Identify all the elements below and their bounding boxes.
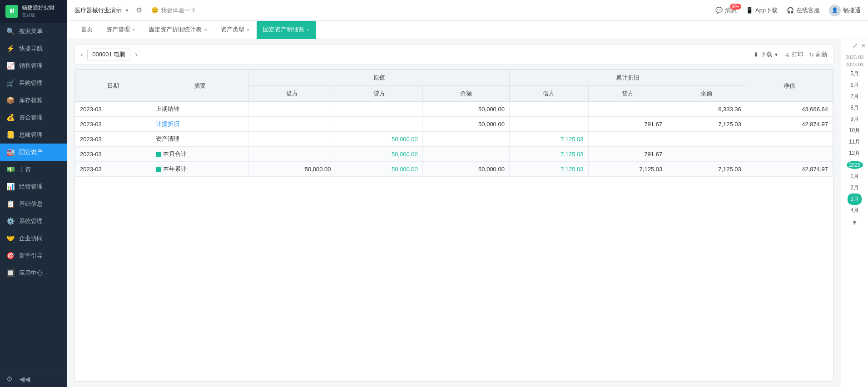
online-service-btn[interactable]: 🎧 在线客服 — [787, 6, 820, 15]
tab-asset-mgmt-label: 资产管理 — [106, 25, 130, 34]
company-selector[interactable]: 医疗器械行业演示 ▼ — [74, 6, 129, 15]
tab-depreciation-stat[interactable]: 固定资产折旧统计表 × — [142, 21, 213, 39]
experience-btn[interactable]: 😊 我要体验一下 — [151, 6, 196, 15]
sidebar-guide-label: 新手引导 — [19, 252, 43, 260]
sidebar-item-search[interactable]: 🔍 搜索菜单 — [0, 23, 67, 40]
sidebar-item-fixed-assets[interactable]: 🏭 固定资产 — [0, 144, 67, 161]
table-cell: 2023-03 — [75, 132, 151, 147]
table-cell — [422, 147, 509, 162]
timeline-month-item[interactable]: 10月 — [846, 125, 863, 136]
tab-home[interactable]: 首页 — [74, 21, 99, 39]
messages-btn[interactable]: 💬 消息 99+ — [715, 6, 737, 15]
app-logo-icon: 财 — [5, 5, 18, 18]
table-cell-summary: 本年累计 — [151, 162, 249, 177]
tab-asset-mgmt[interactable]: 资产管理 × — [100, 21, 141, 39]
company-name-label: 医疗器械行业演示 — [74, 6, 122, 15]
tab-asset-detail-label: 固定资产明细账 — [263, 25, 304, 34]
col-acc-debit: 借方 — [509, 86, 588, 102]
timeline-close-btn[interactable]: × — [862, 42, 865, 49]
sidebar-item-sales[interactable]: 📈 销售管理 — [0, 57, 67, 74]
sidebar-basic-info-label: 基础信息 — [19, 200, 43, 208]
sidebar-item-apps[interactable]: 🔲 应用中心 — [0, 264, 67, 282]
table-cell — [249, 102, 336, 117]
table-cell: 791.67 — [588, 147, 667, 162]
timeline-month-item[interactable]: 11月 — [846, 136, 863, 148]
sidebar-item-sys-mgmt[interactable]: ⚙️ 系统管理 — [0, 213, 67, 230]
table-cell — [509, 117, 588, 132]
sidebar-item-ledger[interactable]: 📒 总账管理 — [0, 126, 67, 144]
sidebar-item-funds[interactable]: 💰 资金管理 — [0, 109, 67, 126]
ledger-icon: 📒 — [6, 131, 15, 139]
timeline-sub-year: 2023.03 — [846, 61, 864, 68]
timeline-month-item[interactable]: 12月 — [846, 148, 863, 159]
basic-info-icon: 📋 — [6, 200, 15, 208]
tab-asset-type[interactable]: 资产类型 × — [214, 21, 256, 39]
sidebar-item-ops[interactable]: 📊 经营管理 — [0, 178, 67, 195]
settings-icon[interactable]: ⚙ — [6, 375, 13, 383]
tab-asset-detail-close-icon[interactable]: × — [307, 27, 309, 32]
sidebar-item-guide[interactable]: 🎯 新手引导 — [0, 247, 67, 264]
timeline-expand-btn[interactable]: ⤢ — [853, 42, 858, 49]
timeline-recent-month-item[interactable]: 3月 — [848, 194, 862, 205]
sales-icon: 📈 — [6, 62, 15, 70]
messages-badge: 99+ — [730, 4, 741, 10]
table-cell: 7,125.03 — [667, 162, 746, 177]
topbar-right: 💬 消息 99+ 📱 App下载 🎧 在线客服 👤 畅捷通 — [715, 5, 861, 16]
sidebar-sales-label: 销售管理 — [19, 62, 43, 70]
sidebar-item-purchase[interactable]: 🛒 采购管理 — [0, 74, 67, 92]
sidebar-item-basic-info[interactable]: 📋 基础信息 — [0, 195, 67, 213]
col-summary: 摘要 — [151, 70, 249, 102]
download-btn[interactable]: ⬇ 下载 ▼ — [754, 50, 779, 59]
timeline-month-item[interactable]: 6月 — [846, 79, 863, 91]
col-date: 日期 — [75, 70, 151, 102]
user-btn[interactable]: 👤 畅捷通 — [829, 5, 861, 16]
table-cell: 50,000.00 — [249, 162, 336, 177]
tab-asset-type-close-icon[interactable]: × — [247, 27, 249, 32]
app-name-label: 畅捷通好业财 — [22, 5, 55, 12]
tab-asset-mgmt-close-icon[interactable]: × — [132, 27, 135, 32]
asset-code-label: 000001 电脑 — [92, 51, 125, 58]
content-main: ‹ 000001 电脑 › ⬇ 下载 ▼ 🖨 打印 — [67, 39, 841, 387]
table-cell: 2023-03 — [75, 147, 151, 162]
table-cell: 50,000.00 — [422, 117, 509, 132]
timeline-recent-month-item[interactable]: 4月 — [848, 205, 862, 216]
sidebar-payroll-label: 工资 — [19, 165, 31, 174]
timeline-month-item[interactable]: 5月 — [846, 68, 863, 79]
sidebar-item-collab[interactable]: 🤝 企业协同 — [0, 230, 67, 247]
tab-home-label: 首页 — [81, 25, 93, 34]
apps-icon: 🔲 — [6, 269, 15, 277]
next-asset-btn[interactable]: › — [135, 50, 137, 59]
user-avatar: 👤 — [829, 5, 841, 16]
col-orig-debit: 借方 — [249, 86, 336, 102]
table-cell: 6,333.36 — [667, 102, 746, 117]
table-cell — [336, 102, 422, 117]
timeline-month-item[interactable]: 7月 — [846, 91, 863, 102]
col-acc-credit: 贷方 — [588, 86, 667, 102]
sidebar-item-payroll[interactable]: 💵 工资 — [0, 161, 67, 178]
timeline-scroll-down-btn[interactable]: ▼ — [850, 218, 859, 227]
table-cell — [588, 132, 667, 147]
print-btn[interactable]: 🖨 打印 — [784, 50, 804, 59]
app-download-btn[interactable]: 📱 App下载 — [746, 6, 778, 15]
sidebar-item-quick-nav[interactable]: ⚡ 快捷导航 — [0, 40, 67, 57]
collapse-icon[interactable]: ◀◀ — [19, 375, 30, 383]
tab-depreciation-close-icon[interactable]: × — [204, 27, 207, 32]
prev-asset-btn[interactable]: ‹ — [80, 50, 83, 59]
guide-icon: 🎯 — [6, 252, 15, 260]
tab-asset-detail[interactable]: 固定资产明细账 × — [257, 21, 316, 39]
download-label: 下载 — [760, 50, 772, 59]
company-settings-icon[interactable]: ⚙ — [136, 6, 142, 15]
refresh-btn[interactable]: ↻ 刷新 — [809, 50, 828, 59]
sidebar-sys-mgmt-label: 系统管理 — [19, 217, 43, 225]
col-original-value: 原值 — [249, 70, 510, 86]
table-cell: 2023-03 — [75, 162, 151, 177]
detail-table-wrap: 日期 摘要 原值 累计折旧 净值 借方 贷方 余额 借方 贷方 余额 — [74, 69, 833, 382]
timeline-month-item[interactable]: 9月 — [846, 114, 863, 125]
payroll-icon: 💵 — [6, 165, 15, 174]
timeline-recent-month-item[interactable]: 2月 — [848, 182, 862, 194]
table-cell: 7,125.03 — [509, 162, 588, 177]
messages-icon: 💬 — [715, 7, 723, 14]
timeline-month-item[interactable]: 8月 — [846, 102, 863, 114]
timeline-recent-month-item[interactable]: 1月 — [848, 171, 862, 182]
sidebar-item-inventory[interactable]: 📦 库存核算 — [0, 92, 67, 109]
